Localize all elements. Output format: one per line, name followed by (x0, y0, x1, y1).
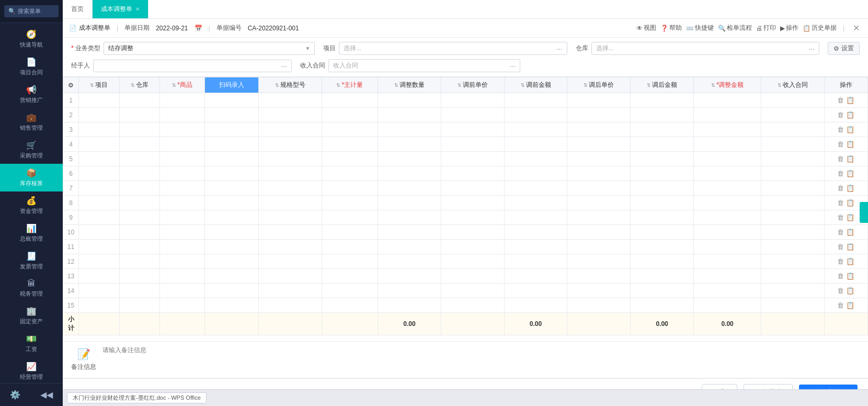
cell-adjust_amount-row4[interactable] (693, 137, 761, 152)
cell-adjust_qty-row11[interactable] (378, 240, 441, 254)
sidebar-item-purchase-mgmt[interactable]: 🛒采购管理 (0, 136, 63, 164)
cell-before_amount-row11[interactable] (504, 240, 567, 254)
taskbar-item[interactable]: 木门行业好业财处理方案-墨红红.doc - WPS Office (67, 392, 207, 403)
cell-unit-row7[interactable] (322, 181, 378, 196)
cell-before_price-row5[interactable] (441, 152, 504, 166)
cell-scan-row3[interactable] (204, 122, 258, 137)
cell-warehouse-row13[interactable] (119, 269, 160, 284)
sort-icon-project[interactable]: ⇅ (90, 83, 94, 88)
cell-after_price-row5[interactable] (567, 152, 631, 166)
copy-btn-row13[interactable]: 📋 (846, 272, 854, 280)
cell-after_amount-row8[interactable] (631, 196, 694, 210)
sort-icon-warehouse[interactable]: ⇅ (131, 83, 135, 88)
cell-before_price-row4[interactable] (441, 137, 504, 152)
cell-unit-row4[interactable] (322, 137, 378, 152)
cell-adjust_qty-row3[interactable] (378, 122, 441, 137)
cell-spec-row13[interactable] (258, 269, 322, 284)
project-value[interactable]: 选择... ··· (339, 42, 567, 55)
cell-unit-row12[interactable] (322, 254, 378, 269)
cell-before_price-row11[interactable] (441, 240, 504, 254)
cell-product-row4[interactable] (160, 137, 205, 152)
sidebar-item-operations[interactable]: 📈经营管理 (0, 357, 63, 383)
cell-warehouse-row5[interactable] (119, 152, 160, 166)
cell-income_contract-row4[interactable] (761, 137, 825, 152)
cell-project-row8[interactable] (79, 196, 120, 210)
cell-scan-row13[interactable] (204, 269, 258, 284)
delete-btn-row10[interactable]: 🗑 (837, 228, 844, 236)
cell-unit-row2[interactable] (322, 108, 378, 122)
cell-product-row9[interactable] (160, 210, 205, 225)
cell-unit-row9[interactable] (322, 210, 378, 225)
cell-adjust_amount-row14[interactable] (693, 284, 761, 298)
cell-product-row12[interactable] (160, 254, 205, 269)
cell-spec-row10[interactable] (258, 225, 322, 240)
cell-unit-row10[interactable] (322, 225, 378, 240)
cell-spec-row6[interactable] (258, 166, 322, 181)
sidebar-item-sales-promo[interactable]: 📢营销推广 (0, 81, 63, 108)
cell-after_amount-row1[interactable] (631, 93, 694, 108)
cell-before_price-row14[interactable] (441, 284, 504, 298)
cell-before_price-row8[interactable] (441, 196, 504, 210)
cell-after_amount-row3[interactable] (631, 122, 694, 137)
cell-before_price-row10[interactable] (441, 225, 504, 240)
settings-button[interactable]: ⚙ 设置 (828, 42, 860, 55)
cell-warehouse-row14[interactable] (119, 284, 160, 298)
cell-scan-row10[interactable] (204, 225, 258, 240)
sort-icon-after_price[interactable]: ⇅ (584, 83, 588, 88)
copy-btn-row7[interactable]: 📋 (846, 184, 854, 192)
notes-input[interactable] (102, 346, 860, 367)
cell-adjust_qty-row4[interactable] (378, 137, 441, 152)
cell-project-row14[interactable] (79, 284, 120, 298)
cell-product-row14[interactable] (160, 284, 205, 298)
cell-before_price-row13[interactable] (441, 269, 504, 284)
cell-after_amount-row2[interactable] (631, 108, 694, 122)
cell-after_price-row13[interactable] (567, 269, 631, 284)
cell-product-row11[interactable] (160, 240, 205, 254)
sidebar-item-fixed-assets[interactable]: 🏢固定资产 (0, 302, 63, 330)
cell-before_amount-row9[interactable] (504, 210, 567, 225)
cell-before_price-row9[interactable] (441, 210, 504, 225)
copy-btn-row11[interactable]: 📋 (846, 243, 854, 251)
cell-adjust_qty-row5[interactable] (378, 152, 441, 166)
toolbar-action-view[interactable]: 👁视图 (636, 24, 656, 32)
sort-icon-product[interactable]: ⇅ (172, 83, 176, 88)
copy-btn-row5[interactable]: 📋 (846, 155, 854, 163)
cell-warehouse-row7[interactable] (119, 181, 160, 196)
sort-icon-before_amount[interactable]: ⇅ (521, 83, 525, 88)
cell-warehouse-row11[interactable] (119, 240, 160, 254)
cell-adjust_qty-row2[interactable] (378, 108, 441, 122)
cell-before_amount-row4[interactable] (504, 137, 567, 152)
cell-before_amount-row15[interactable] (504, 298, 567, 313)
cell-warehouse-row1[interactable] (119, 93, 160, 108)
cell-after_price-row6[interactable] (567, 166, 631, 181)
toolbar-action-operation[interactable]: ▶操作 (780, 24, 798, 32)
cell-product-row10[interactable] (160, 225, 205, 240)
cell-scan-row1[interactable] (204, 93, 258, 108)
cell-after_price-row15[interactable] (567, 298, 631, 313)
cell-scan-row6[interactable] (204, 166, 258, 181)
cell-before_amount-row5[interactable] (504, 152, 567, 166)
cell-scan-row15[interactable] (204, 298, 258, 313)
cell-adjust_qty-row9[interactable] (378, 210, 441, 225)
delete-btn-row4[interactable]: 🗑 (837, 140, 844, 148)
delete-btn-row14[interactable]: 🗑 (837, 287, 844, 295)
cell-before_amount-row6[interactable] (504, 166, 567, 181)
cell-after_price-row14[interactable] (567, 284, 631, 298)
sidebar-item-fund-mgmt[interactable]: 💰资金管理 (0, 191, 63, 219)
cell-after_price-row12[interactable] (567, 254, 631, 269)
col-header-scan[interactable]: 扫码录入 (204, 77, 258, 93)
cell-adjust_amount-row6[interactable] (693, 166, 761, 181)
sort-icon-spec[interactable]: ⇅ (275, 83, 279, 88)
delete-btn-row13[interactable]: 🗑 (837, 272, 844, 280)
cell-income_contract-row15[interactable] (761, 298, 825, 313)
cell-scan-row5[interactable] (204, 152, 258, 166)
cell-project-row11[interactable] (79, 240, 120, 254)
sort-icon-before_price[interactable]: ⇅ (458, 83, 462, 88)
copy-btn-row14[interactable]: 📋 (846, 287, 854, 295)
cell-warehouse-row6[interactable] (119, 166, 160, 181)
delete-btn-row8[interactable]: 🗑 (837, 199, 844, 207)
copy-btn-row9[interactable]: 📋 (846, 213, 854, 221)
cell-spec-row2[interactable] (258, 108, 322, 122)
cell-after_price-row8[interactable] (567, 196, 631, 210)
cell-income_contract-row10[interactable] (761, 225, 825, 240)
